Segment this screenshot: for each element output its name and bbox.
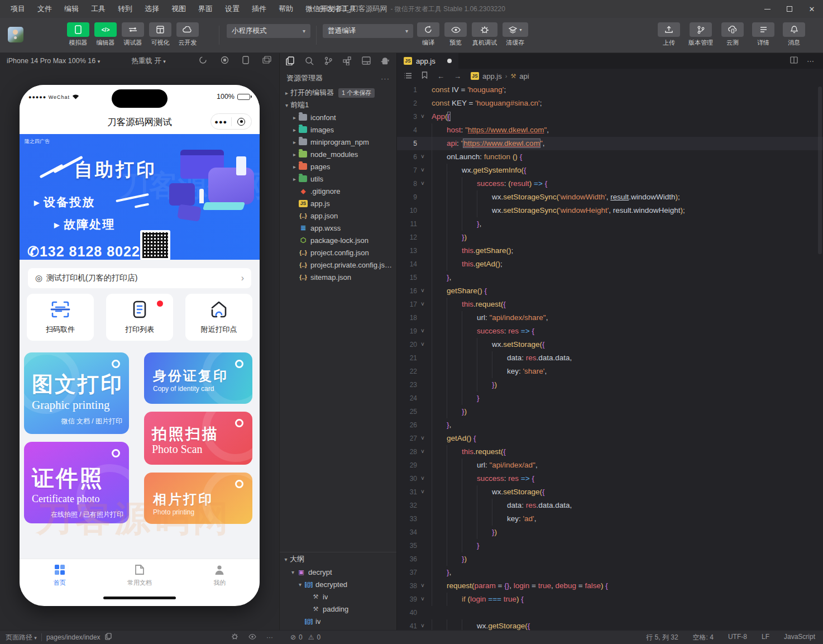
code-line-35[interactable]: 35 }	[397, 539, 823, 552]
code-line-38[interactable]: 38˅ request(param = {}, login = true, de…	[397, 579, 823, 593]
tree-item-utils[interactable]: ▸utils	[280, 173, 396, 185]
fold-icon[interactable]: ˅	[417, 619, 428, 630]
tree-item-node_modules[interactable]: ▸node_modules	[280, 148, 396, 160]
clear-cache-button[interactable]: ▾ 清缓存	[503, 22, 528, 47]
fold-icon[interactable]: ˅	[417, 150, 428, 164]
code-line-1[interactable]: 1const IV = 'houguang';	[397, 83, 823, 97]
code-line-19[interactable]: 19˅ success: res => {	[397, 325, 823, 338]
cloud-test-button[interactable]: 云测	[721, 22, 744, 47]
menu-item-视图[interactable]: 视图	[166, 2, 191, 16]
menu-item-文件[interactable]: 文件	[32, 2, 57, 16]
close-miniprogram-button[interactable]	[232, 118, 252, 126]
compile-button[interactable]: 编译	[417, 22, 439, 47]
code-line-36[interactable]: 36 })	[397, 552, 823, 566]
encoding-setting[interactable]: UTF-8	[728, 633, 747, 642]
menu-item-编辑[interactable]: 编辑	[59, 2, 84, 16]
tree-item-project.private.config.js…[interactable]: {..}project.private.config.js…	[280, 259, 396, 271]
device-frame-icon[interactable]	[242, 56, 249, 66]
fold-icon[interactable]: ˅	[417, 593, 428, 606]
code-line-33[interactable]: 33 key: 'ad',	[397, 512, 823, 526]
tree-item-app.json[interactable]: {..}app.json	[280, 209, 396, 222]
code-line-30[interactable]: 30˅ success: res => {	[397, 472, 823, 485]
tab-appjs[interactable]: JS app.js	[397, 53, 458, 69]
upload-button[interactable]: 上传	[658, 22, 680, 47]
code-line-34[interactable]: 34 })	[397, 526, 823, 539]
record-icon[interactable]	[221, 56, 229, 66]
code-line-23[interactable]: 23 })	[397, 378, 823, 392]
tab-profile[interactable]: 我的	[180, 559, 260, 592]
tab-home[interactable]: 首页	[20, 559, 99, 592]
back-icon[interactable]: ←	[437, 72, 444, 80]
tab-documents[interactable]: 常用文档	[99, 559, 179, 592]
panel-icon[interactable]	[361, 56, 371, 65]
device-select[interactable]: iPhone 14 Pro Max 100% 16 ▾	[7, 57, 100, 65]
rotate-icon[interactable]	[199, 56, 207, 66]
code-line-27[interactable]: 27˅ getAd() {	[397, 432, 823, 445]
menu-item-项目[interactable]: 项目	[6, 2, 30, 16]
code-line-4[interactable]: 4 host: "https://www.dkewl.com",	[397, 123, 823, 137]
outline-header[interactable]: ▾ 大纲	[280, 552, 396, 566]
menu-item-选择[interactable]: 选择	[140, 2, 164, 16]
code-line-39[interactable]: 39˅ if (login === true) {	[397, 593, 823, 606]
outline-item-iv[interactable]: ⚒iv	[280, 590, 396, 603]
search-icon[interactable]	[304, 56, 314, 65]
menu-item-帮助[interactable]: 帮助	[274, 2, 298, 16]
page-path-value[interactable]: pages/index/index	[46, 633, 101, 641]
cursor-position[interactable]: 行 5, 列 32	[646, 633, 678, 642]
fold-icon[interactable]: ˅	[417, 298, 428, 311]
code-line-32[interactable]: 32 data: res.data.data,	[397, 499, 823, 512]
tree-item-app.wxss[interactable]: ≣app.wxss	[280, 222, 396, 234]
more-actions-icon[interactable]: ···	[381, 74, 390, 83]
ad-banner[interactable]: 隆之四广告 刀客源码网 自助打印 设备投放 故障处理 ✆132 81	[20, 134, 260, 260]
menu-item-界面[interactable]: 界面	[193, 2, 218, 16]
editor-toggle[interactable]: </> 编辑器	[94, 22, 117, 47]
tree-item-images[interactable]: ▸images	[280, 123, 396, 136]
code-line-11[interactable]: 11 },	[397, 217, 823, 231]
more-button[interactable]: ●●●	[211, 118, 231, 125]
preview-button[interactable]: 预览	[444, 22, 467, 47]
tree-open-editors[interactable]: ▸打开的编辑器1 个未保存	[280, 87, 396, 99]
menu-item-工具[interactable]: 工具	[86, 2, 111, 16]
compile-mode-select[interactable]: 普通编译 ▾	[323, 24, 413, 38]
cloud-dev-toggle[interactable]: 云开发	[176, 22, 199, 47]
code-line-25[interactable]: 25 })	[397, 405, 823, 418]
code-line-24[interactable]: 24 }	[397, 392, 823, 405]
code-area[interactable]: 1const IV = 'houguang';2const KEY = 'hou…	[397, 83, 823, 630]
hot-reload-toggle[interactable]: 热重载 开 ▾	[131, 56, 166, 66]
code-line-22[interactable]: 22 key: 'share',	[397, 365, 823, 378]
tree-item-project.config.json[interactable]: {..}project.config.json	[280, 246, 396, 259]
fold-icon[interactable]: ˅	[417, 164, 428, 177]
code-line-41[interactable]: 41˅ wx.getStorage({	[397, 619, 823, 630]
debug-icon[interactable]	[231, 633, 238, 642]
code-line-6[interactable]: 6˅ onLaunch: function () {	[397, 150, 823, 164]
code-line-29[interactable]: 29 url: "api/index/ad",	[397, 459, 823, 472]
code-line-18[interactable]: 18 url: "api/index/share",	[397, 311, 823, 325]
outline-list-icon[interactable]	[404, 72, 412, 80]
code-line-15[interactable]: 15 },	[397, 271, 823, 284]
card-photo-scan[interactable]: 拍照扫描 Photo Scan	[144, 412, 252, 465]
menu-item-转到[interactable]: 转到	[113, 2, 137, 16]
kettle-icon[interactable]	[380, 56, 390, 65]
fold-icon[interactable]: ˅	[417, 338, 428, 351]
code-line-10[interactable]: 10 wx.setStorageSync('windowHeight', res…	[397, 204, 823, 217]
files-icon[interactable]	[285, 56, 295, 65]
debugger-toggle[interactable]: 调试器	[122, 22, 144, 47]
fold-icon[interactable]: ˅	[417, 325, 428, 338]
minimize-button[interactable]	[756, 0, 778, 18]
menu-item-插件[interactable]: 插件	[247, 2, 271, 16]
print-list-button[interactable]: 打印列表	[106, 294, 173, 341]
tree-root[interactable]: ▾前端1	[280, 99, 396, 111]
code-line-37[interactable]: 37 },	[397, 566, 823, 579]
code-line-9[interactable]: 9 wx.setStorageSync('windowWidth', resul…	[397, 190, 823, 204]
problems-indicator[interactable]: ⊘0 ⚠0	[290, 633, 320, 641]
messages-button[interactable]: 消息	[783, 22, 805, 47]
breadcrumb-path[interactable]: JS app.js › ⚒ api	[471, 72, 529, 80]
simulator-toggle[interactable]: 模拟器	[67, 22, 89, 47]
bookmark-icon[interactable]	[422, 71, 428, 80]
copy-icon[interactable]	[105, 633, 112, 642]
indentation-setting[interactable]: 空格: 4	[693, 633, 714, 642]
visualize-toggle[interactable]: 可视化	[149, 22, 171, 47]
menu-item-微信开发者工具[interactable]: 微信开发者工具	[300, 2, 361, 16]
eol-setting[interactable]: LF	[762, 633, 769, 642]
menu-item-设置[interactable]: 设置	[220, 2, 245, 16]
